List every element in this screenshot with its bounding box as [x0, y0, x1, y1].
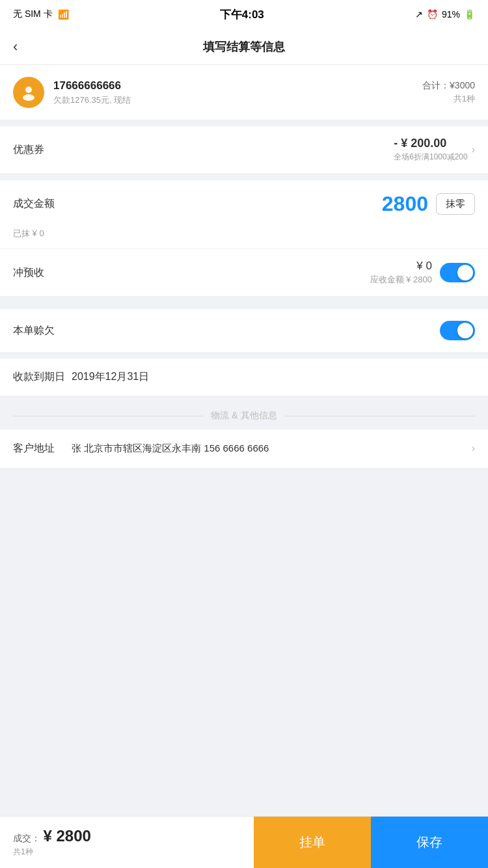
coupon-discount: - ¥ 200.00: [394, 137, 467, 150]
round-button[interactable]: 抹零: [436, 193, 475, 215]
amount-right: 2800 抹零: [382, 192, 475, 216]
coupon-right: - ¥ 200.00 全场6折满1000减200 ›: [394, 137, 475, 163]
amount-value: 2800: [382, 192, 428, 216]
logistics-line-right: [285, 416, 475, 416]
customer-sub: 欠款1276.35元, 现结: [53, 94, 131, 106]
nav-bar: ‹ 填写结算等信息: [0, 29, 488, 65]
duedate-label: 收款到期日: [13, 370, 65, 384]
customer-left: 17666666666 欠款1276.35元, 现结: [13, 77, 131, 108]
logistics-text: 物流 & 其他信息: [211, 410, 277, 422]
prepay-label: 冲预收: [13, 266, 44, 280]
summary-count: 共1种: [13, 847, 241, 858]
prepay-sub: 应收金额 ¥ 2800: [370, 274, 432, 286]
credit-section: 本单赊欠: [0, 309, 488, 352]
prepay-right: ¥ 0 应收金额 ¥ 2800: [370, 260, 475, 286]
status-left: 无 SIM 卡 📶: [13, 8, 69, 20]
prepay-info: ¥ 0 应收金额 ¥ 2800: [370, 260, 432, 286]
amount-sub: 已抹 ¥ 0: [0, 228, 488, 249]
credit-label: 本单赊欠: [13, 324, 55, 338]
amount-label: 成交金额: [13, 197, 55, 211]
logistics-divider: 物流 & 其他信息: [0, 402, 488, 429]
bottom-bar: 成交： ¥ 2800 共1种 挂单 保存: [0, 816, 488, 868]
customer-info: 17666666666 欠款1276.35元, 现结: [53, 79, 131, 106]
customer-phone: 17666666666: [53, 79, 131, 92]
prepay-row: 冲预收 ¥ 0 应收金额 ¥ 2800: [0, 249, 488, 296]
back-button[interactable]: ‹: [13, 33, 25, 61]
address-chevron: ›: [472, 442, 475, 454]
coupon-row[interactable]: 优惠券 - ¥ 200.00 全场6折满1000减200 ›: [0, 126, 488, 174]
credit-toggle[interactable]: [440, 321, 475, 340]
avatar: [13, 77, 44, 108]
sim-label: 无 SIM 卡: [13, 8, 53, 20]
duedate-value: 2019年12月31日: [72, 370, 149, 384]
alarm-icon: ⏰: [427, 9, 438, 20]
amount-row: 成交金额 2800 抹零: [0, 180, 488, 228]
location-icon: ↗: [415, 9, 423, 20]
prepay-toggle[interactable]: [440, 263, 475, 282]
coupon-desc: 全场6折满1000减200: [394, 152, 467, 163]
wifi-icon: 📶: [58, 9, 69, 20]
logistics-line-left: [13, 416, 203, 416]
battery-label: 91%: [442, 9, 460, 20]
total-label: 合计：¥3000: [422, 80, 475, 92]
coupon-chevron: ›: [472, 144, 475, 156]
duedate-section: 收款到期日 2019年12月31日: [0, 359, 488, 396]
divider-2: [0, 303, 488, 309]
total-count: 共1种: [422, 93, 475, 105]
toggle-knob: [457, 265, 473, 280]
divider-1: [0, 174, 488, 180]
summary-amount: ¥ 2800: [43, 827, 90, 845]
credit-toggle-knob: [457, 323, 473, 338]
amount-section: 成交金额 2800 抹零 已抹 ¥ 0 冲预收 ¥ 0 应收金额 ¥ 2800: [0, 180, 488, 296]
prepay-amount: ¥ 0: [370, 260, 432, 273]
customer-right: 合计：¥3000 共1种: [422, 80, 475, 105]
hang-button[interactable]: 挂单: [254, 817, 371, 869]
coupon-label: 优惠券: [13, 143, 44, 157]
address-label: 客户地址: [13, 442, 65, 455]
main-content: 17666666666 欠款1276.35元, 现结 合计：¥3000 共1种 …: [0, 65, 488, 578]
bottom-spacer: [0, 474, 488, 578]
summary-label: 成交：: [13, 833, 40, 843]
status-time: 下午4:03: [220, 7, 264, 22]
address-section[interactable]: 客户地址 张 北京市市辖区海淀区永丰南 156 6666 6666 ›: [0, 429, 488, 468]
svg-point-0: [25, 87, 32, 93]
save-button[interactable]: 保存: [371, 817, 488, 869]
battery-icon: 🔋: [464, 9, 475, 20]
svg-point-1: [23, 94, 34, 101]
bottom-summary-top: 成交： ¥ 2800: [13, 827, 241, 845]
customer-card: 17666666666 欠款1276.35元, 现结 合计：¥3000 共1种: [0, 65, 488, 120]
bottom-summary: 成交： ¥ 2800 共1种: [0, 827, 254, 858]
address-value: 张 北京市市辖区海淀区永丰南 156 6666 6666: [72, 441, 472, 456]
status-right: ↗ ⏰ 91% 🔋: [415, 9, 475, 20]
page-title: 填写结算等信息: [203, 39, 285, 55]
coupon-info: - ¥ 200.00 全场6折满1000减200: [394, 137, 467, 163]
status-bar: 无 SIM 卡 📶 下午4:03 ↗ ⏰ 91% 🔋: [0, 0, 488, 29]
